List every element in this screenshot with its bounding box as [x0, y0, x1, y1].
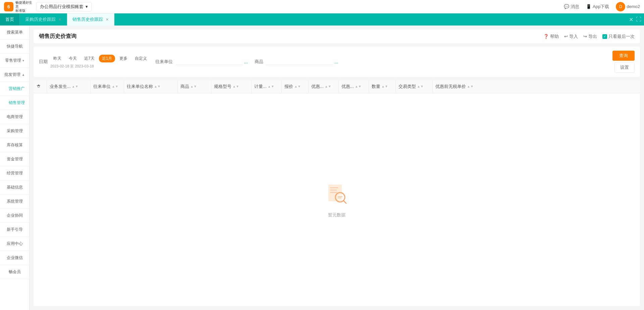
svg-rect-2 — [330, 190, 337, 191]
sidebar-item-cooperation[interactable]: 企业协同 — [0, 209, 29, 223]
product-input-area: ... — [266, 58, 340, 65]
th-pretax-price: 优惠前无税单价 ▲▼ — [433, 80, 640, 93]
product-label: 商品 — [255, 59, 263, 65]
th-discount2: 优惠... ▲▼ — [339, 80, 369, 93]
close-all-tabs-button[interactable]: ✕ — [629, 16, 633, 23]
th-spec: 规格型号 ▲▼ — [211, 80, 252, 93]
filter-bar: 日期 昨天 今天 近7天 近1月 更多 自定义 2023-02-18 至 202… — [34, 47, 640, 77]
logo-text: 畅捷通好生意 标准版 — [15, 1, 34, 13]
sidebar-item-marketing[interactable]: 营销推广 — [0, 82, 29, 96]
svg-rect-3 — [330, 192, 337, 193]
sidebar-item-appcenter[interactable]: 应用中心 — [0, 237, 29, 251]
tab-sales-price[interactable]: 销售历史价跟踪 ✕ — [67, 13, 114, 25]
sidebar-search-label: 搜索菜单 — [7, 30, 23, 35]
import-icon: ↩ — [564, 34, 568, 39]
app-selector[interactable]: 办公用品行业模拟账套 ▾ — [36, 2, 92, 11]
content-area: 销售历史价查询 ❓ 帮助 ↩ 导入 ↪ 导出 ✓ — [30, 25, 644, 310]
sidebar-item-system[interactable]: 系统管理 — [0, 195, 29, 209]
date-btn-custom[interactable]: 自定义 — [132, 55, 150, 62]
sort-icon[interactable]: ▲▼ — [72, 85, 78, 88]
help-icon: ❓ — [543, 34, 549, 39]
tab-home[interactable]: 首页 — [0, 13, 20, 25]
sidebar-item-membership[interactable]: 畅会员 — [0, 265, 29, 279]
th-product: 商品 ▲▼ — [178, 80, 211, 93]
th-date: 业务发生... ▲▼ — [47, 80, 91, 93]
fullscreen-button[interactable]: ⛶ — [636, 16, 641, 22]
avatar: D — [616, 2, 625, 11]
sidebar-item-inventory[interactable]: 库存核算 — [0, 138, 29, 152]
sidebar-item-finance[interactable]: 资金管理 — [0, 152, 29, 166]
tab-sales-close[interactable]: ✕ — [106, 17, 109, 22]
sort-icon[interactable]: ▲▼ — [417, 85, 424, 88]
help-button[interactable]: ❓ 帮助 — [543, 34, 559, 40]
logo-icon: 6 — [4, 2, 13, 11]
tab-purchase-price[interactable]: 采购历史价跟踪 ✕ — [20, 13, 67, 25]
sort-icon[interactable]: ▲▼ — [294, 85, 301, 88]
sort-icon[interactable]: ▲▼ — [381, 85, 388, 88]
export-button[interactable]: ↪ 导出 — [583, 34, 597, 40]
svg-line-6 — [343, 201, 346, 203]
message-icon: 💬 — [564, 4, 569, 9]
svg-rect-1 — [330, 187, 338, 188]
sort-icon[interactable]: ▲▼ — [325, 85, 331, 88]
user-area[interactable]: D demo2 — [616, 2, 640, 11]
export-icon: ↪ — [583, 34, 587, 39]
import-button[interactable]: ↩ 导入 — [564, 34, 578, 40]
tab-purchase-close[interactable]: ✕ — [58, 17, 61, 22]
partner-select-button[interactable]: ... — [243, 58, 249, 65]
partner-filter-group: 往来单位 ... — [155, 58, 249, 65]
no-data-illustration — [323, 181, 350, 208]
sidebar-item-ecommerce[interactable]: 电商管理 — [0, 110, 29, 124]
product-select-button[interactable]: ... — [333, 58, 340, 65]
empty-icon — [323, 181, 350, 208]
tab-home-label: 首页 — [5, 16, 14, 22]
query-button[interactable]: 查询 — [612, 51, 635, 61]
sidebar-item-search[interactable]: 搜索菜单 — [0, 25, 29, 40]
sidebar-item-wholesale[interactable]: 批发管理 ▲ — [0, 68, 29, 82]
date-btn-today[interactable]: 今天 — [66, 55, 80, 62]
sort-icon[interactable]: ▲▼ — [268, 85, 274, 88]
sort-icon[interactable]: ▲▼ — [467, 85, 474, 88]
sort-icon[interactable]: ▲▼ — [154, 85, 161, 88]
table-header: 业务发生... ▲▼ 往来单位 ▲▼ 往来单位名称 ▲▼ 商品 ▲▼ — [34, 80, 640, 93]
title-actions: ❓ 帮助 ↩ 导入 ↪ 导出 ✓ 只看最后一次 — [543, 34, 635, 40]
sort-icon[interactable]: ▲▼ — [355, 85, 362, 88]
th-unit: 计量... ▲▼ — [252, 80, 282, 93]
sidebar-item-basicinfo[interactable]: 基础信息 — [0, 180, 29, 195]
partner-label: 往来单位 — [155, 59, 173, 65]
sort-icon[interactable]: ▲▼ — [190, 85, 197, 88]
sidebar-quicknav-label: 快捷导航 — [7, 44, 23, 49]
product-filter-group: 商品 ... — [255, 58, 340, 65]
date-btn-more[interactable]: 更多 — [116, 55, 130, 62]
sort-icon[interactable]: ▲▼ — [232, 85, 239, 88]
chevron-up-icon: ▲ — [22, 73, 25, 76]
th-quantity: 数量 ▲▼ — [369, 80, 396, 93]
product-input[interactable] — [266, 58, 333, 65]
sort-icon[interactable]: ▲▼ — [112, 85, 118, 88]
page-title: 销售历史价查询 — [39, 33, 76, 40]
sidebar-item-retail[interactable]: 零售管理 ▾ — [0, 54, 29, 68]
date-btn-yesterday[interactable]: 昨天 — [50, 55, 64, 62]
sidebar-item-operations[interactable]: 经营管理 — [0, 166, 29, 180]
sidebar-item-guide[interactable]: 新手引导 — [0, 223, 29, 237]
page-title-bar: 销售历史价查询 ❓ 帮助 ↩ 导入 ↪ 导出 ✓ — [34, 30, 640, 43]
sidebar-item-salesmanage[interactable]: 销售管理 — [0, 96, 29, 110]
sidebar-item-wechat[interactable]: 企业微信 — [0, 251, 29, 265]
app-download-button[interactable]: 📱 App下载 — [586, 4, 609, 10]
th-settings[interactable] — [34, 80, 47, 93]
date-btn-1month[interactable]: 近1月 — [99, 55, 115, 62]
empty-state: 暂元数据 — [34, 93, 640, 306]
partner-input-area: ... — [175, 58, 249, 65]
settings-button[interactable]: 设置 — [614, 62, 635, 73]
date-label: 日期 — [39, 59, 48, 65]
date-btn-7days[interactable]: 近7天 — [81, 55, 98, 62]
partner-input[interactable] — [175, 58, 243, 65]
only-last-checkbox[interactable]: ✓ 只看最后一次 — [602, 34, 635, 40]
logo-area: 6 畅捷通好生意 标准版 — [4, 1, 34, 13]
message-button[interactable]: 💬 消息 — [564, 4, 579, 10]
date-filter-group: 日期 昨天 今天 近7天 近1月 更多 自定义 2023-02-18 至 202… — [39, 55, 150, 69]
sidebar-item-purchase[interactable]: 采购管理 — [0, 124, 29, 138]
checkbox-icon: ✓ — [602, 34, 607, 39]
sidebar-item-quicknav[interactable]: 快捷导航 — [0, 40, 29, 54]
th-partner: 往来单位 ▲▼ — [91, 80, 124, 93]
